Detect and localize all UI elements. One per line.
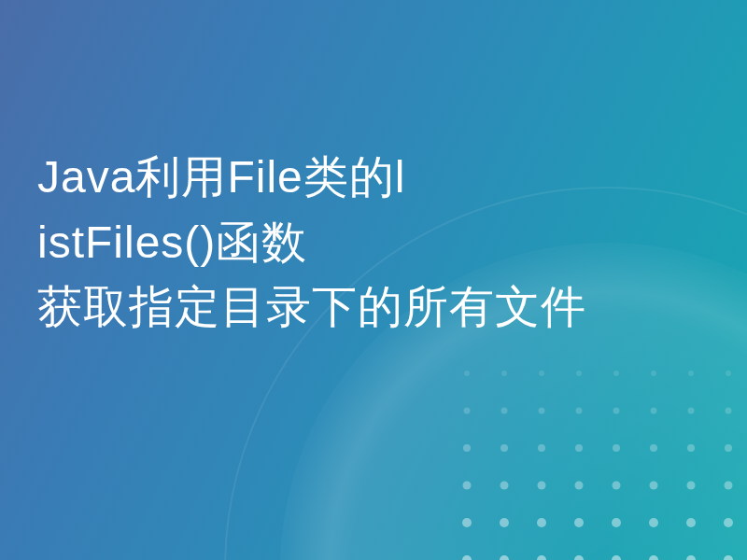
svg-point-30 [575,482,584,490]
svg-point-13 [613,408,620,414]
svg-point-29 [538,482,546,490]
svg-point-7 [726,371,731,376]
svg-point-28 [500,482,509,490]
title-text: Java利用File类的l istFiles()函数 获取指定目录下的所有文件 [37,145,586,340]
title-line-1: Java利用File类的l [37,152,405,202]
svg-point-11 [539,408,545,414]
dot-grid-icon [462,371,747,560]
svg-point-5 [651,371,656,376]
svg-point-40 [612,518,621,527]
svg-point-10 [501,408,508,414]
title-line-3: 获取指定目录下的所有文件 [37,282,586,331]
svg-point-9 [464,408,471,414]
svg-point-42 [686,518,696,527]
decor-dots [448,355,747,560]
svg-point-21 [575,444,583,452]
svg-point-34 [725,482,733,490]
title-line-2: istFiles()函数 [37,217,307,267]
svg-point-6 [688,371,694,376]
svg-point-31 [613,482,621,490]
svg-point-46 [500,555,509,560]
svg-point-15 [688,408,695,414]
svg-point-24 [687,444,695,452]
svg-point-3 [576,371,582,376]
svg-point-38 [537,518,546,527]
svg-point-14 [651,408,657,414]
svg-point-27 [463,482,472,490]
svg-point-33 [687,482,696,490]
svg-point-50 [649,555,658,560]
svg-point-36 [462,518,472,527]
svg-point-49 [612,555,621,560]
svg-point-51 [686,555,696,560]
svg-point-25 [725,444,732,452]
svg-point-45 [462,555,472,560]
svg-point-18 [463,444,471,452]
svg-point-20 [538,444,545,452]
svg-point-41 [649,518,658,527]
svg-point-23 [650,444,657,452]
svg-point-4 [613,371,619,376]
svg-point-37 [500,518,509,527]
svg-point-12 [576,408,583,414]
svg-point-1 [501,371,507,376]
svg-point-22 [613,444,620,452]
svg-point-32 [650,482,658,490]
svg-point-43 [724,518,733,527]
svg-point-47 [537,555,546,560]
svg-point-16 [726,408,732,414]
svg-point-0 [464,371,470,376]
svg-point-48 [574,555,584,560]
hero-banner: Java利用File类的l istFiles()函数 获取指定目录下的所有文件 [0,0,747,560]
svg-point-2 [539,371,544,376]
svg-point-19 [500,444,508,452]
svg-point-39 [574,518,584,527]
svg-point-52 [724,555,733,560]
